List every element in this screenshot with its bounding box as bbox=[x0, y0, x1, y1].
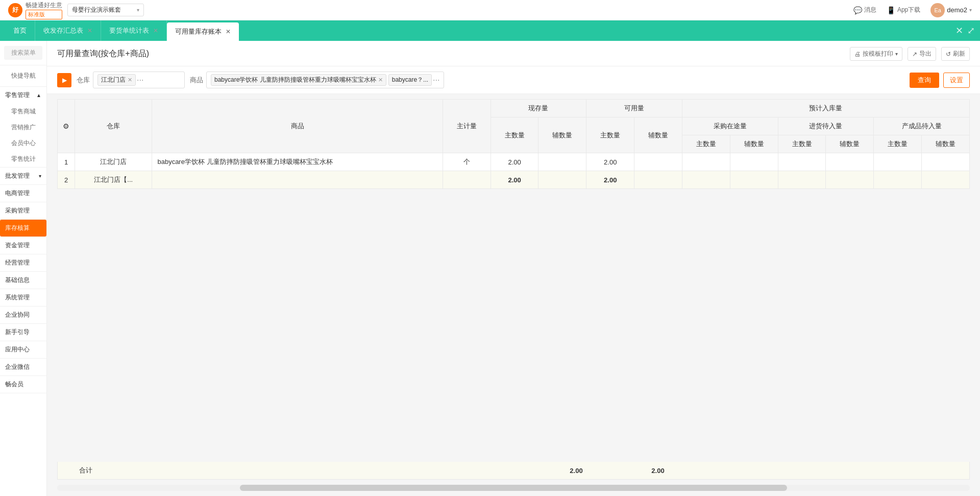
sidebar-section-header-wholesale[interactable]: 批发管理 ▾ bbox=[0, 168, 46, 184]
industry-label: 母婴行业演示账套 bbox=[72, 6, 121, 14]
sidebar-item-retail-mall[interactable]: 零售商城 bbox=[0, 104, 46, 120]
tab-home[interactable]: 首页 bbox=[5, 20, 35, 41]
chevron-down-icon: ▾ bbox=[137, 7, 139, 13]
filter-actions: 查询 设置 bbox=[910, 73, 970, 88]
cell-purchase-main-2 bbox=[682, 171, 730, 189]
sidebar-search-btn[interactable]: 搜索菜单 bbox=[4, 46, 42, 60]
sidebar-section-purchase: 采购管理 bbox=[0, 202, 46, 220]
top-bar-left: 好 畅捷通好生意 标准版 母婴行业演示账套 ▾ bbox=[8, 1, 144, 19]
th-production-pending: 产成品待入量 bbox=[874, 117, 970, 135]
user-area[interactable]: Ea demo2 ▾ bbox=[930, 3, 972, 17]
expand-window-btn[interactable]: ⤢ bbox=[967, 25, 975, 36]
print-label: 按模板打印 bbox=[863, 50, 893, 58]
tab-bar: 首页 收发存汇总表 ✕ 要货单统计表 ✕ 可用量库存账本 ✕ ✕ ⤢ bbox=[0, 20, 980, 41]
export-label: 导出 bbox=[919, 50, 932, 58]
tab-available-stock[interactable]: 可用量库存账本 ✕ bbox=[167, 22, 239, 41]
sidebar-section-new-guide-label: 新手引导 bbox=[5, 328, 30, 337]
sidebar-item-retail-stats[interactable]: 零售统计 bbox=[0, 151, 46, 167]
refresh-btn[interactable]: ↺ 刷新 bbox=[941, 47, 970, 61]
sidebar-item-quick-nav[interactable]: 快捷导航 bbox=[0, 68, 46, 83]
filter-warehouse-value: 江北门店 bbox=[101, 76, 126, 84]
industry-selector[interactable]: 母婴行业演示账套 ▾ bbox=[67, 4, 144, 16]
th-unit: 主计量 bbox=[443, 100, 491, 153]
export-btn[interactable]: ↗ 导出 bbox=[908, 47, 936, 61]
filter-product-label: 商品 bbox=[190, 76, 203, 85]
sidebar-section-header-system[interactable]: 系统管理 bbox=[0, 289, 46, 306]
settings-icon[interactable]: ⚙ bbox=[63, 122, 69, 130]
sidebar-section-app-center-label: 应用中心 bbox=[5, 345, 30, 354]
filter-product-tag-1: babycare学饮杯 儿童防摔防撞吸管杯重力球吸嘴杯宝宝水杯 ✕ bbox=[211, 74, 386, 86]
sidebar-section-header-member[interactable]: 畅会员 bbox=[0, 376, 46, 393]
scrollbar-thumb[interactable] bbox=[240, 485, 788, 491]
cell-current-aux-1 bbox=[538, 153, 586, 171]
sidebar-section-operations: 经营管理 bbox=[0, 254, 46, 272]
refresh-label: 刷新 bbox=[953, 50, 965, 58]
sidebar: 搜索菜单 快捷导航 零售管理 ▲ 零售商城 营销推广 会员中心 零售统计 批发管… bbox=[0, 41, 47, 496]
th-production-main: 主数量 bbox=[874, 135, 922, 153]
message-btn[interactable]: 💬 消息 bbox=[853, 6, 876, 14]
sidebar-section-header-app-center[interactable]: 应用中心 bbox=[0, 341, 46, 358]
sidebar-section-header-enterprise-wechat[interactable]: 企业微信 bbox=[0, 359, 46, 375]
filter-product-tag-1-close[interactable]: ✕ bbox=[378, 77, 383, 83]
tab-receive-send[interactable]: 收发存汇总表 ✕ bbox=[35, 20, 101, 41]
sidebar-section-basic: 基础信息 bbox=[0, 272, 46, 289]
print-btn[interactable]: 🖨 按模板打印 ▾ bbox=[850, 47, 902, 61]
th-purchase-main: 主数量 bbox=[682, 135, 730, 153]
th-production-aux: 辅数量 bbox=[922, 135, 970, 153]
filter-warehouse-label: 仓库 bbox=[77, 76, 90, 85]
close-window-btn[interactable]: ✕ bbox=[955, 25, 963, 36]
sidebar-section-header-basic[interactable]: 基础信息 bbox=[0, 272, 46, 289]
cell-index-2: 2 bbox=[58, 171, 75, 189]
sidebar-section-header-operations[interactable]: 经营管理 bbox=[0, 254, 46, 271]
filter-product-input[interactable]: babycare学饮杯 儿童防摔防撞吸管杯重力球吸嘴杯宝宝水杯 ✕ babyca… bbox=[206, 72, 444, 88]
sidebar-section-inventory: 库存核算 bbox=[0, 220, 46, 237]
filter-area: ▶ 仓库 江北门店 ✕ ··· 商品 babycare学饮杯 儿童防摔防撞吸管杯… bbox=[47, 66, 980, 94]
sidebar-search-area: 搜索菜单 bbox=[0, 41, 46, 65]
filter-warehouse-input[interactable]: 江北门店 ✕ ··· bbox=[93, 72, 185, 88]
message-label: 消息 bbox=[864, 6, 876, 14]
tab-receive-send-close[interactable]: ✕ bbox=[87, 27, 92, 34]
cell-index-1: 1 bbox=[58, 153, 75, 171]
logo-area: 好 畅捷通好生意 标准版 bbox=[8, 1, 62, 19]
sidebar-section-header-finance[interactable]: 资金管理 bbox=[0, 237, 46, 254]
sidebar-section-basic-label: 基础信息 bbox=[5, 276, 30, 285]
sidebar-section-header-purchase[interactable]: 采购管理 bbox=[0, 202, 46, 219]
filter-toggle-btn[interactable]: ▶ bbox=[57, 73, 71, 87]
sidebar-section-header-new-guide[interactable]: 新手引导 bbox=[0, 324, 46, 341]
app-download-btn[interactable]: 📱 App下载 bbox=[887, 6, 920, 14]
sidebar-section-header-enterprise[interactable]: 企业协同 bbox=[0, 306, 46, 323]
sidebar-section-system: 系统管理 bbox=[0, 289, 46, 306]
sidebar-section-purchase-label: 采购管理 bbox=[5, 206, 30, 215]
refresh-icon: ↺ bbox=[946, 51, 951, 58]
main-layout: 搜索菜单 快捷导航 零售管理 ▲ 零售商城 营销推广 会员中心 零售统计 批发管… bbox=[0, 41, 980, 496]
th-available: 可用量 bbox=[586, 100, 682, 117]
sidebar-section-wholesale-label: 批发管理 bbox=[5, 172, 30, 180]
filter-product-value-1: babycare学饮杯 儿童防摔防撞吸管杯重力球吸嘴杯宝宝水杯 bbox=[214, 76, 376, 84]
horizontal-scrollbar[interactable] bbox=[57, 485, 970, 491]
query-btn[interactable]: 查询 bbox=[910, 73, 939, 88]
tab-receive-send-label: 收发存汇总表 bbox=[43, 26, 83, 35]
sidebar-section-header-retail[interactable]: 零售管理 ▲ bbox=[0, 87, 46, 104]
sidebar-section-app-center: 应用中心 bbox=[0, 341, 46, 359]
settings-btn[interactable]: 设置 bbox=[943, 73, 970, 88]
table-footer: 合计 2.00 2.00 bbox=[57, 462, 970, 480]
th-current-stock: 现存量 bbox=[491, 100, 586, 117]
filter-product-more[interactable]: ··· bbox=[433, 76, 439, 85]
data-table: ⚙ 仓库 商品 主计量 现存量 可用量 预计入库量 主数量 辅数量 主数量 辅数… bbox=[57, 99, 970, 189]
header-actions: 🖨 按模板打印 ▾ ↗ 导出 ↺ 刷新 bbox=[850, 47, 970, 61]
arrow-right-icon: ▶ bbox=[62, 77, 67, 84]
filter-product-tag-2: babycare？... bbox=[388, 74, 432, 86]
sidebar-item-marketing[interactable]: 营销推广 bbox=[0, 120, 46, 135]
sidebar-section-header-inventory[interactable]: 库存核算 bbox=[0, 220, 46, 237]
filter-warehouse-tag-close[interactable]: ✕ bbox=[128, 77, 132, 83]
th-product: 商品 bbox=[152, 100, 443, 153]
sidebar-item-membership[interactable]: 会员中心 bbox=[0, 135, 46, 151]
tab-order-stats-close[interactable]: ✕ bbox=[153, 27, 158, 34]
tab-order-stats[interactable]: 要货单统计表 ✕ bbox=[101, 20, 167, 41]
sidebar-section-header-ecommerce[interactable]: 电商管理 bbox=[0, 185, 46, 202]
filter-warehouse-more[interactable]: ··· bbox=[137, 76, 143, 85]
cell-available-main-1: 2.00 bbox=[586, 153, 634, 171]
tab-available-stock-label: 可用量库存账本 bbox=[175, 27, 222, 36]
tab-order-stats-label: 要货单统计表 bbox=[109, 26, 149, 35]
tab-available-stock-close[interactable]: ✕ bbox=[226, 28, 231, 35]
